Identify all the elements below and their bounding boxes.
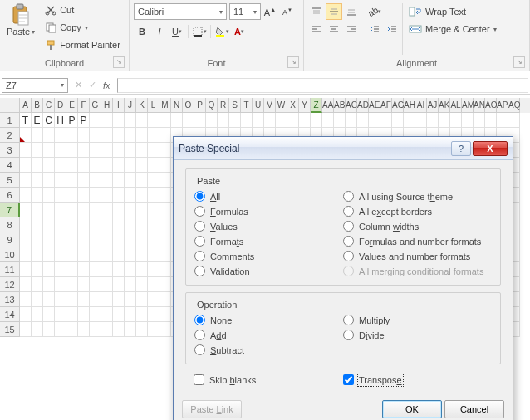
cell[interactable] (78, 158, 90, 173)
cell[interactable] (159, 307, 171, 322)
cell[interactable] (148, 203, 159, 217)
column-header[interactable]: P (194, 98, 206, 113)
cell[interactable] (101, 232, 113, 247)
cell[interactable] (194, 113, 206, 128)
column-header[interactable]: L (148, 98, 159, 113)
cell[interactable] (136, 173, 148, 188)
cell[interactable] (55, 322, 66, 337)
cell[interactable]: H (55, 113, 66, 128)
cell[interactable] (229, 113, 241, 128)
cell[interactable] (78, 292, 90, 307)
cell[interactable] (125, 232, 136, 247)
cell[interactable] (136, 203, 148, 217)
cell[interactable] (125, 247, 136, 262)
cell[interactable]: E (32, 113, 43, 128)
cell[interactable] (474, 113, 485, 128)
cell[interactable] (346, 113, 357, 128)
merge-dropdown-icon[interactable]: ▾ (493, 26, 497, 33)
cell[interactable] (78, 232, 90, 247)
bold-button[interactable]: B (134, 23, 150, 40)
cell[interactable] (101, 113, 113, 128)
radio-input[interactable] (343, 236, 354, 247)
cell[interactable] (43, 262, 55, 277)
cell[interactable] (113, 113, 125, 128)
font-name-combo[interactable]: Calibri▾ (134, 3, 227, 20)
cell[interactable] (136, 113, 148, 128)
cell[interactable] (206, 113, 218, 128)
increase-font-button[interactable]: A▲ (262, 3, 278, 20)
paste-radio[interactable]: Comments (194, 251, 343, 261)
cell[interactable] (159, 173, 171, 188)
radio-input[interactable] (194, 251, 205, 261)
orientation-button[interactable]: ab▾ (366, 3, 383, 20)
cell[interactable] (299, 113, 311, 128)
cell[interactable] (497, 113, 508, 128)
cell[interactable] (159, 247, 171, 262)
cell[interactable] (20, 143, 32, 158)
ok-button[interactable]: OK (382, 400, 442, 418)
paste-radio[interactable]: Values and number formats (343, 251, 492, 261)
cell[interactable] (101, 262, 113, 277)
select-all-corner[interactable] (0, 98, 20, 113)
operation-radio[interactable]: Multiply (343, 315, 492, 325)
cell[interactable] (159, 217, 171, 232)
cell[interactable] (32, 292, 43, 307)
cell[interactable] (32, 143, 43, 158)
cell[interactable] (148, 217, 159, 232)
cell[interactable] (159, 322, 171, 337)
column-header[interactable]: F (78, 98, 90, 113)
cell[interactable] (55, 232, 66, 247)
cell[interactable] (136, 188, 148, 203)
skip-blanks-input[interactable] (194, 374, 204, 385)
column-header[interactable]: AA (322, 98, 334, 113)
operation-radio[interactable]: Subtract (194, 344, 343, 355)
column-header[interactable]: AD (357, 98, 369, 113)
cell[interactable] (101, 128, 113, 143)
cell[interactable] (55, 277, 66, 292)
cell[interactable] (78, 322, 90, 337)
cell[interactable] (113, 232, 125, 247)
cell[interactable] (20, 307, 32, 322)
cell[interactable] (125, 292, 136, 307)
column-header[interactable]: I (113, 98, 125, 113)
cell[interactable] (90, 232, 101, 247)
cell[interactable] (136, 307, 148, 322)
cell[interactable] (66, 173, 78, 188)
cell[interactable] (101, 158, 113, 173)
cell[interactable] (20, 277, 32, 292)
column-header[interactable]: E (66, 98, 78, 113)
paste-dropdown-icon[interactable]: ▾ (32, 28, 35, 36)
formula-input[interactable] (117, 78, 528, 93)
cell[interactable] (55, 158, 66, 173)
name-box[interactable]: Z7▾ (2, 78, 68, 93)
column-header[interactable]: M (159, 98, 171, 113)
column-header[interactable]: AJ (427, 98, 439, 113)
column-header[interactable]: K (136, 98, 148, 113)
cell[interactable] (125, 277, 136, 292)
cell[interactable] (101, 203, 113, 217)
column-header[interactable]: AC (346, 98, 357, 113)
border-button[interactable]: ▾ (191, 23, 208, 40)
dialog-titlebar[interactable]: Paste Special ? X (174, 137, 513, 160)
cell[interactable] (43, 158, 55, 173)
transpose-input[interactable] (343, 374, 354, 385)
cell[interactable] (369, 113, 380, 128)
cell[interactable] (125, 158, 136, 173)
cell[interactable] (55, 128, 66, 143)
cell[interactable] (32, 232, 43, 247)
cell[interactable] (66, 143, 78, 158)
cell[interactable] (136, 247, 148, 262)
cell[interactable] (43, 307, 55, 322)
cell[interactable] (43, 173, 55, 188)
radio-input[interactable] (194, 191, 205, 202)
cell[interactable] (101, 217, 113, 232)
align-left-button[interactable] (308, 21, 325, 37)
row-header[interactable]: 2 (0, 128, 20, 143)
cell[interactable] (450, 113, 462, 128)
row-header[interactable]: 10 (0, 247, 20, 262)
cell[interactable] (32, 322, 43, 337)
cell[interactable] (55, 188, 66, 203)
align-bottom-button[interactable] (343, 3, 360, 20)
row-header[interactable]: 3 (0, 143, 20, 158)
paste-radio[interactable]: Formulas (194, 206, 343, 217)
